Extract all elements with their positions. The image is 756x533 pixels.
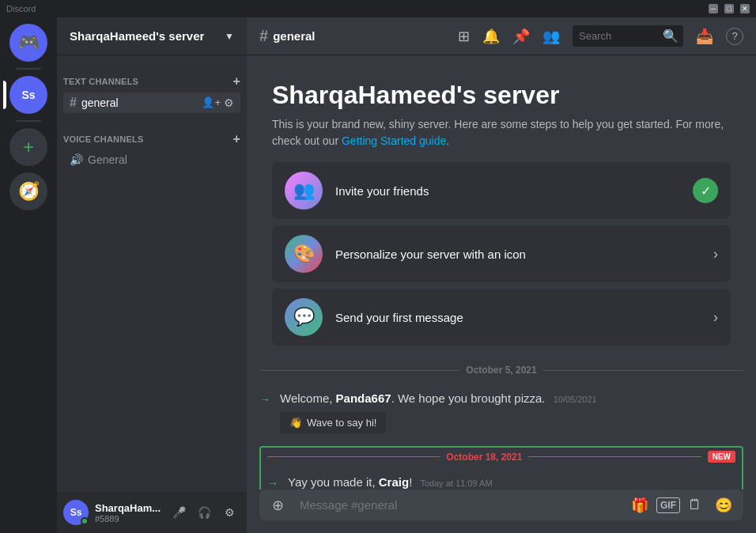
voice-channels-category[interactable]: VOICE CHANNELS + [57,119,247,149]
welcome-title: SharqaHameed's server [272,81,731,110]
user-controls: 🎤 🎧 ⚙ [168,501,240,524]
channel-item-general[interactable]: # general 👤+ ⚙ [63,93,240,113]
topbar-channel: # general [259,27,315,45]
user-info: SharqaHam... #5889 [95,502,161,524]
hashtag-icon[interactable]: ⊞ [458,28,470,45]
personalize-text: Personalize your server with an icon [335,248,701,261]
members-icon[interactable]: 👥 [542,28,560,45]
server-list-divider [16,68,41,70]
checklist-invite[interactable]: 👥 Invite your friends ✓ [272,162,731,219]
user-status-indicator [81,517,89,525]
pin-icon[interactable]: 📌 [512,28,530,45]
checklist-personalize[interactable]: 🎨 Personalize your server with an icon › [272,225,731,282]
wave-button[interactable]: 👋 Wave to say hi! [280,412,386,433]
notifications-icon[interactable]: 🔔 [482,28,500,45]
channel-list: TEXT CHANNELS + # general 👤+ ⚙ VOICE CHA… [57,55,247,492]
add-server-icon: + [23,136,34,158]
personalize-icon: 🎨 [285,235,323,273]
topbar: # general ⊞ 🔔 📌 👥 🔍 📥 ? [247,17,756,55]
message-content: Welcome, Panda667. We hope you brought p… [280,391,597,405]
main-layout: 🎮 Ss + 🧭 SharqaHameed's server ▼ [0,17,756,533]
welcome-description: This is your brand new, shiny server. He… [272,116,731,149]
close-button[interactable]: ✕ [740,4,750,13]
message-input-area: ⊕ 🎁 GIF 🗒 😊 [247,490,756,533]
help-icon[interactable]: ? [726,28,743,45]
channel-hash-icon: # [259,27,268,45]
message-chevron-icon: › [713,309,718,326]
new-message-content: Yay you made it, Craig! Today at 11:09 A… [288,475,493,489]
sticker-icon[interactable]: 🗒 [683,492,707,518]
welcome-section: SharqaHameed's server This is your brand… [247,55,756,162]
new-msg-user: Craig [379,475,409,489]
text-channels-category[interactable]: TEXT CHANNELS + [57,62,247,92]
new-message-section: October 18, 2021 NEW → Yay you made it, … [259,446,743,490]
discord-home-button[interactable]: 🎮 [9,24,47,62]
welcome-text: This is your brand new, shiny server. He… [272,118,724,147]
add-server-button[interactable]: + [9,128,47,166]
voice-channel-icon: 🔊 [70,153,83,166]
new-date-line-right [528,456,701,457]
message-arrow-icon: → [259,393,270,406]
message-area: → Welcome, Panda667. We hope you brought… [247,382,756,440]
invite-emoji: 👥 [293,180,315,201]
new-date-line-left [267,456,440,457]
chat-area: SharqaHameed's server This is your brand… [247,55,756,490]
titlebar: Discord ─ □ ✕ [0,0,756,17]
personalize-chevron-icon: › [713,246,718,263]
user-settings-button[interactable]: ⚙ [218,501,240,524]
add-attachment-button[interactable]: ⊕ [266,490,290,520]
message-input[interactable] [297,490,620,520]
new-date-label: October 18, 2021 [446,452,522,463]
gift-icon[interactable]: 🎁 [626,492,653,519]
new-msg-prefix: Yay you made it, [288,475,379,489]
search-box[interactable]: 🔍 [573,25,683,47]
add-text-channel-icon[interactable]: + [232,74,240,89]
search-icon: 🔍 [663,28,679,43]
explore-servers-button[interactable]: 🧭 [9,172,47,210]
channel-actions: 👤+ ⚙ [202,96,234,109]
server-name: SharqaHameed's server [70,29,204,43]
inbox-icon[interactable]: 📥 [696,28,713,45]
server-header[interactable]: SharqaHameed's server ▼ [57,17,247,55]
table-row: → Welcome, Panda667. We hope you brought… [259,388,743,409]
topbar-channel-name: general [273,29,315,43]
message-suffix: . We hope you brought pizza. [391,391,546,405]
invite-check-icon: ✓ [693,178,718,203]
checklist-message[interactable]: 💬 Send your first message › [272,289,731,346]
personalize-emoji: 🎨 [293,244,315,264]
wave-label: Wave to say hi! [307,417,376,429]
gif-button[interactable]: GIF [656,497,680,513]
message-username: Panda667 [336,391,391,405]
new-msg-suffix: ! [409,475,412,489]
new-message-item: → Yay you made it, Craig! Today at 11:09… [267,472,735,490]
user-area: Ss SharqaHam... #5889 🎤 🎧 ⚙ [57,492,247,533]
text-channel-icon: # [70,96,77,110]
titlebar-controls: ─ □ ✕ [709,4,750,13]
avatar-text: Ss [70,507,82,518]
date-divider-oct5: October 5, 2021 [247,358,756,382]
username: SharqaHam... [95,502,161,514]
new-msg-timestamp: Today at 11:09 AM [420,478,492,488]
server-icon-ss[interactable]: Ss [9,76,47,114]
main-content: # general ⊞ 🔔 📌 👥 🔍 📥 ? [247,17,756,533]
add-voice-channel-icon[interactable]: + [232,132,240,146]
date-line-right [543,370,743,371]
app-container: Discord ─ □ ✕ 🎮 Ss + 🧭 [0,0,756,533]
wave-emoji: 👋 [289,417,302,429]
channel-settings-icon[interactable]: ⚙ [224,96,234,109]
search-input[interactable] [579,30,658,42]
add-member-icon[interactable]: 👤+ [202,96,221,109]
voice-channel-name: General [88,153,127,166]
minimize-button[interactable]: ─ [709,4,718,13]
mute-button[interactable]: 🎤 [168,501,190,524]
emoji-picker-button[interactable]: 😊 [710,492,737,519]
getting-started-link[interactable]: Getting Started guide [342,134,446,147]
deafen-button[interactable]: 🎧 [193,501,215,524]
text-channels-label: TEXT CHANNELS [63,77,138,86]
date-label-oct5: October 5, 2021 [466,365,536,376]
channel-item-general-voice[interactable]: 🔊 General [63,150,240,169]
maximize-button[interactable]: □ [724,4,734,13]
explore-icon: 🧭 [18,181,40,202]
titlebar-title: Discord [6,4,36,13]
message-prefix: Welcome, [280,391,336,405]
